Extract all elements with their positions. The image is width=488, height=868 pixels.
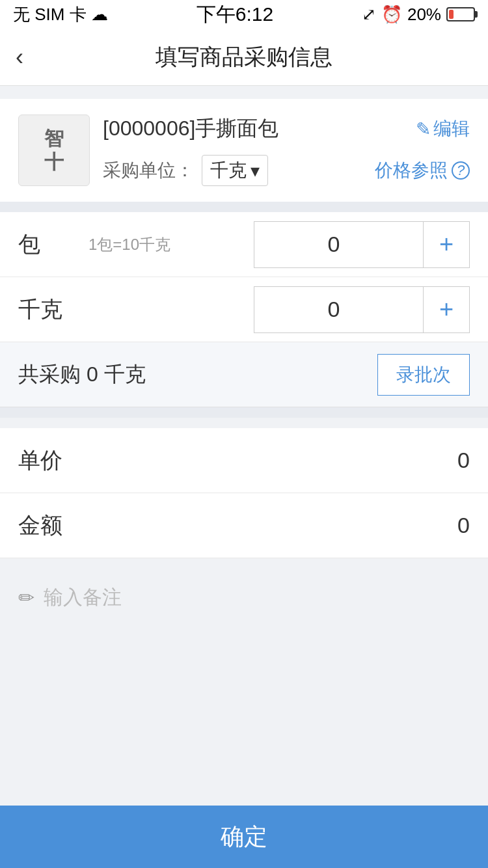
price-section: 单价 0 金额 0 xyxy=(0,428,488,558)
kg-row: 千克 + xyxy=(0,277,488,342)
unit-price-value: 0 xyxy=(457,448,470,473)
status-right: ⤢ ⏰ 20% xyxy=(362,5,475,25)
unit-value: 千克 xyxy=(210,158,247,183)
package-plus-button[interactable]: + xyxy=(423,221,470,268)
note-section[interactable]: ✏ 输入备注 xyxy=(0,558,488,636)
confirm-button-label: 确定 xyxy=(221,821,267,853)
edit-icon: ✎ xyxy=(416,118,431,140)
confirm-button[interactable]: 确定 xyxy=(0,806,488,868)
unit-price-row: 单价 0 xyxy=(0,428,488,493)
product-name: [0000006]手撕面包 xyxy=(103,115,278,143)
help-icon: ? xyxy=(452,161,470,180)
kg-plus-button[interactable]: + xyxy=(423,286,470,333)
unit-dropdown[interactable]: 千克 ▾ xyxy=(202,155,268,186)
battery-percent: 20% xyxy=(407,5,441,25)
note-placeholder: 输入备注 xyxy=(44,584,122,611)
main-content-area xyxy=(0,636,488,832)
logo-line2: 十 xyxy=(44,150,64,174)
price-ref-button[interactable]: 价格参照 ? xyxy=(375,158,470,183)
product-name-row: [0000006]手撕面包 ✎ 编辑 xyxy=(103,115,470,143)
separator-2 xyxy=(0,407,488,418)
page-title: 填写商品采购信息 xyxy=(156,42,332,72)
package-row: 包 1包=10千克 + xyxy=(0,212,488,277)
amount-value: 0 xyxy=(457,513,470,538)
product-logo: 智 十 xyxy=(44,127,64,174)
logo-line1: 智 xyxy=(44,127,64,150)
status-time: 下午6:12 xyxy=(197,1,273,28)
status-left: 无 SIM 卡 ☁ xyxy=(13,3,108,26)
product-card: 智 十 [0000006]手撕面包 ✎ 编辑 采购单位： 千克 ▾ 价格参照 ? xyxy=(0,99,488,202)
edit-button[interactable]: ✎ 编辑 xyxy=(416,116,470,141)
kg-label: 千克 xyxy=(18,295,83,325)
location-icon: ⤢ xyxy=(362,5,376,25)
input-section: 包 1包=10千克 + 千克 + xyxy=(0,212,488,342)
total-row: 共采购 0 千克 录批次 xyxy=(0,342,488,407)
purchase-unit-label: 采购单位： xyxy=(103,158,194,183)
separator-1 xyxy=(0,202,488,212)
batch-button[interactable]: 录批次 xyxy=(377,354,470,396)
price-ref-label: 价格参照 xyxy=(375,158,448,183)
back-button[interactable]: ‹ xyxy=(16,44,23,71)
kg-input[interactable] xyxy=(254,286,423,333)
battery-body xyxy=(446,7,475,21)
alarm-icon: ⏰ xyxy=(381,5,402,25)
amount-row: 金额 0 xyxy=(0,493,488,558)
dropdown-arrow-icon: ▾ xyxy=(251,160,260,182)
status-bar: 无 SIM 卡 ☁ 下午6:12 ⤢ ⏰ 20% xyxy=(0,0,488,29)
package-input[interactable] xyxy=(254,221,423,268)
product-image: 智 十 xyxy=(18,115,90,186)
amount-label: 金额 xyxy=(18,511,62,541)
package-label: 包 xyxy=(18,230,83,260)
unit-left: 采购单位： 千克 ▾ xyxy=(103,155,268,186)
edit-label: 编辑 xyxy=(433,116,470,141)
no-sim-label: 无 SIM 卡 ☁ xyxy=(13,3,108,26)
total-text: 共采购 0 千克 xyxy=(18,360,146,389)
unit-row: 采购单位： 千克 ▾ 价格参照 ? xyxy=(103,155,470,186)
product-info: [0000006]手撕面包 ✎ 编辑 采购单位： 千克 ▾ 价格参照 ? xyxy=(103,115,470,186)
kg-input-wrapper: + xyxy=(254,286,470,333)
battery-fill xyxy=(449,10,454,19)
battery-indicator xyxy=(446,7,475,21)
pencil-icon: ✏ xyxy=(18,586,34,609)
unit-price-label: 单价 xyxy=(18,446,62,476)
package-input-wrapper: + xyxy=(254,221,470,268)
nav-bar: ‹ 填写商品采购信息 xyxy=(0,29,488,86)
package-unit-label: 1包=10千克 xyxy=(88,234,254,255)
